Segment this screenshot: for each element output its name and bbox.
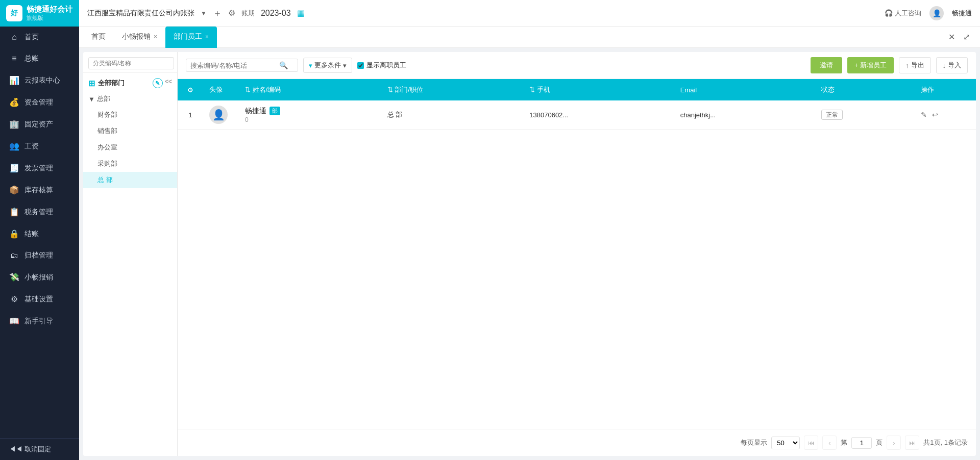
tab-controls: ✕ ⤢: [946, 30, 976, 44]
support-button[interactable]: 🎧 人工咨询: [885, 9, 921, 18]
sidebar-item-ledger[interactable]: ≡ 总账: [0, 48, 79, 69]
support-label: 人工咨询: [895, 9, 921, 18]
dept-item-general[interactable]: 总 部: [83, 172, 177, 188]
dept-item-office[interactable]: 办公室: [83, 139, 177, 156]
dept-item-purchase[interactable]: 采购部: [83, 156, 177, 172]
import-button[interactable]: ↓ 导入: [936, 57, 968, 73]
col-settings[interactable]: ⚙: [178, 79, 203, 100]
calendar-icon[interactable]: ▦: [297, 8, 305, 18]
row-dept: 总 部: [381, 100, 524, 130]
company-name: 江西服宝精品有限责任公司内账张: [87, 9, 194, 18]
sidebar-item-reports[interactable]: 📊 云报表中心: [0, 69, 79, 91]
show-resigned-label: 显示离职员工: [366, 61, 406, 70]
employee-search-input[interactable]: [190, 62, 276, 69]
add-employee-button[interactable]: + 新增员工: [847, 57, 894, 73]
reports-icon: 📊: [9, 75, 19, 85]
col-name[interactable]: ⇅ 姓名/编码: [239, 79, 381, 100]
page-number-input[interactable]: [851, 437, 872, 449]
topbar-settings-icon[interactable]: ⚙: [228, 8, 235, 18]
tax-icon: 📋: [9, 207, 19, 217]
dept-item-finance[interactable]: 财务部: [83, 107, 177, 123]
employee-dept-badge: 部: [270, 107, 280, 115]
export-icon: ↑: [905, 62, 909, 69]
topbar: 江西服宝精品有限责任公司内账张 ▼ ＋ ⚙ 账期 2023-03 ▦ 🎧 人工咨…: [79, 0, 980, 27]
col-name-sort-icon: ⇅: [245, 86, 251, 93]
employee-search-icon[interactable]: 🔍: [279, 61, 288, 69]
action-icons: ✎ ↩: [921, 111, 970, 119]
sidebar-item-payroll[interactable]: 👥 工资: [0, 135, 79, 157]
sidebar-item-tax[interactable]: 📋 税务管理: [0, 201, 79, 223]
tab-close-window-icon[interactable]: ✕: [946, 30, 957, 44]
tab-expand-icon[interactable]: ⤢: [961, 30, 972, 44]
sidebar-item-label: 发票管理: [24, 164, 53, 173]
page-total-label: 共1页, 1条记录: [923, 438, 968, 447]
pagination: 每页显示 50 20 100 ⏮ ‹ 第 页 › ⏭ 共1页, 1条记录: [178, 429, 976, 456]
edit-icon[interactable]: ✎: [921, 111, 927, 119]
closing-icon: 🔒: [9, 229, 19, 239]
headset-icon: 🎧: [885, 9, 893, 17]
invoice-icon: 🧾: [9, 163, 19, 173]
page-prefix-label: 第: [841, 438, 847, 447]
row-actions: ✎ ↩: [915, 100, 976, 130]
tab-home[interactable]: 首页: [83, 27, 114, 48]
sidebar-item-label: 结账: [24, 229, 39, 239]
company-dropdown-icon[interactable]: ▼: [201, 10, 207, 17]
sidebar-item-invoice[interactable]: 🧾 发票管理: [0, 157, 79, 179]
table-row: 1 👤 畅捷通 部 0 总 部: [178, 100, 976, 130]
next-page-button[interactable]: ›: [887, 436, 901, 450]
right-panel: 🔍 ▾ 更多条件 ▾ 显示离职员工 邀请 + 新增员工 ↑ 导出: [178, 52, 976, 456]
sidebar-item-label: 归档管理: [24, 251, 53, 260]
sidebar-item-inventory[interactable]: 📦 库存核算: [0, 179, 79, 201]
col-dept[interactable]: ⇅ 部门/职位: [381, 79, 524, 100]
export-button[interactable]: ↑ 导出: [899, 57, 931, 73]
sidebar-item-fixed-assets[interactable]: 🏢 固定资产: [0, 113, 79, 135]
sidebar-item-closing[interactable]: 🔒 结账: [0, 223, 79, 245]
col-action: 操作: [915, 79, 976, 100]
dept-search-input[interactable]: [88, 57, 174, 69]
all-dept-label[interactable]: 全部部门: [98, 79, 125, 88]
payroll-icon: 👥: [9, 141, 19, 151]
cancel-fixed-button[interactable]: ◀◀ 取消固定: [0, 438, 79, 460]
row-index: 1: [178, 100, 203, 130]
dept-collapse-btn[interactable]: <<: [165, 78, 172, 88]
sidebar-item-expense[interactable]: 💸 小畅报销: [0, 266, 79, 288]
tab-expense-close-icon[interactable]: ×: [154, 33, 157, 40]
show-resigned-checkbox-label: 显示离职员工: [357, 61, 406, 70]
period-value[interactable]: 2023-03: [261, 9, 291, 18]
tab-expense[interactable]: 小畅报销 ×: [114, 27, 165, 48]
dept-add-edit-icon[interactable]: ✎: [153, 78, 163, 88]
sidebar-item-guide[interactable]: 📖 新手引导: [0, 310, 79, 332]
add-account-button[interactable]: ＋: [213, 7, 222, 19]
prev-page-button[interactable]: ‹: [822, 436, 837, 450]
show-resigned-checkbox[interactable]: [357, 62, 364, 69]
dept-group-head[interactable]: ▼ 总部: [83, 91, 177, 107]
row-phone: 138070602...: [523, 100, 674, 130]
dept-header: ⊞ 全部部门 ✎ <<: [83, 73, 177, 91]
tab-bar: 首页 小畅报销 × 部门员工 × ✕ ⤢: [79, 27, 980, 48]
dept-item-sales[interactable]: 销售部: [83, 123, 177, 139]
col-dept-sort-icon: ⇅: [387, 86, 393, 93]
dept-header-actions: ✎ <<: [153, 78, 172, 88]
employee-table: ⚙ 头像 ⇅ 姓名/编码 ⇅ 部门/职位 ⇅: [178, 79, 976, 130]
tab-department[interactable]: 部门员工 ×: [165, 27, 217, 48]
username-label[interactable]: 畅捷通: [952, 9, 972, 18]
sidebar-item-funds[interactable]: 💰 资金管理: [0, 91, 79, 113]
col-phone[interactable]: ⇅ 手机: [523, 79, 674, 100]
invite-button[interactable]: 邀请: [811, 57, 842, 73]
dept-arrow-icon: ▼: [88, 95, 95, 103]
per-page-select[interactable]: 50 20 100: [771, 437, 800, 449]
sidebar-item-home[interactable]: ⌂ 首页: [0, 27, 79, 48]
first-page-button[interactable]: ⏮: [804, 436, 818, 450]
last-page-button[interactable]: ⏭: [905, 436, 919, 450]
filter-icon: ▾: [309, 62, 312, 69]
filter-button[interactable]: ▾ 更多条件 ▾: [303, 58, 352, 73]
signout-icon[interactable]: ↩: [932, 111, 938, 119]
topbar-right: 🎧 人工咨询 👤 畅捷通: [885, 6, 972, 20]
tab-department-close-icon[interactable]: ×: [205, 33, 209, 40]
table-header: ⚙ 头像 ⇅ 姓名/编码 ⇅ 部门/职位 ⇅: [178, 79, 976, 100]
sidebar-item-archive[interactable]: 🗂 归档管理: [0, 245, 79, 266]
employee-table-container: ⚙ 头像 ⇅ 姓名/编码 ⇅ 部门/职位 ⇅: [178, 79, 976, 429]
sidebar-item-label: 固定资产: [24, 120, 53, 129]
sidebar-item-label: 税务管理: [24, 208, 53, 217]
sidebar-item-settings[interactable]: ⚙ 基础设置: [0, 288, 79, 310]
